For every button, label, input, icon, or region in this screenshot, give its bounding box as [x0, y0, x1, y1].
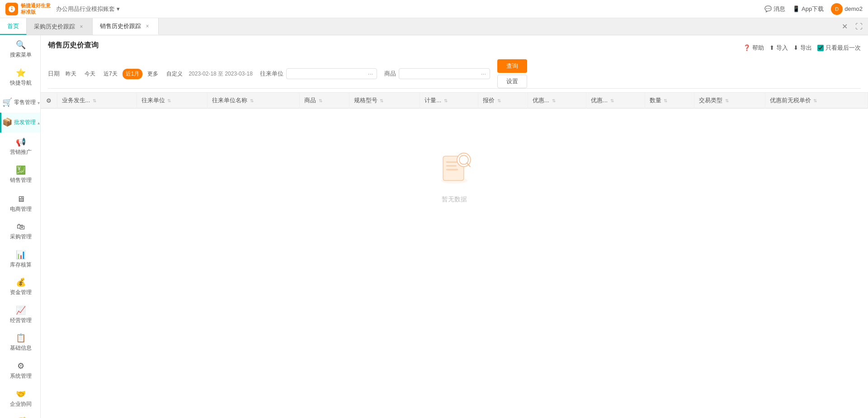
col-trade-type[interactable]: 交易类型 ⇅ [694, 93, 765, 109]
col-counterpart-code[interactable]: 往来单位 ⇅ [137, 93, 208, 109]
sidebar-item-basic[interactable]: 📋 基础信息 [0, 328, 40, 356]
sidebar-item-system[interactable]: ⚙ 系统管理 [0, 356, 40, 385]
user-area[interactable]: D demo2 [831, 3, 863, 15]
goods-input-wrapper: ··· [399, 68, 490, 79]
username: demo2 [844, 5, 863, 12]
counterpart-input[interactable] [290, 71, 366, 77]
sidebar-item-ecommerce[interactable]: 🖥 电商管理 [0, 190, 40, 218]
message-btn[interactable]: 💬 消息 [764, 5, 785, 13]
content-area: 销售历史价查询 ❓ 帮助 ⬆ 导入 ⬇ 导出 [41, 35, 868, 418]
goods-input[interactable] [403, 71, 479, 77]
content-header: 销售历史价查询 ❓ 帮助 ⬆ 导入 ⬇ 导出 [41, 35, 868, 93]
col-discount2[interactable]: 优惠... ⇅ [586, 93, 645, 109]
tab-home-label: 首页 [7, 22, 19, 30]
sidebar-item-operations[interactable]: 📈 经营管理 [0, 301, 40, 329]
date-btn-7days[interactable]: 近7天 [100, 69, 121, 79]
col-goods-label: 商品 [304, 97, 316, 104]
sidebar-wholesale-label: 批发管理 [14, 119, 36, 126]
operations-icon: 📈 [16, 305, 26, 315]
sidebar-item-enterprise[interactable]: 🤝 企业协同 [0, 385, 40, 413]
col-goods-sort: ⇅ [319, 98, 322, 103]
workspace-selector[interactable]: 办公用品行业模拟账套 ▾ [56, 5, 120, 13]
toolbar-row: ❓ 帮助 ⬆ 导入 ⬇ 导出 只看最后一次 [743, 44, 861, 52]
col-price[interactable]: 报价 ⇅ [478, 93, 528, 109]
col-goods[interactable]: 商品 ⇅ [300, 93, 349, 109]
logo-icon [5, 3, 18, 15]
col-unit-label: 计量... [425, 97, 441, 104]
date-btn-more[interactable]: 更多 [144, 69, 161, 79]
sales-mgmt-icon: 💹 [16, 165, 26, 175]
sidebar-item-search[interactable]: 🔍 搜索菜单 [0, 35, 40, 63]
goods-filter-group: 商品 ··· [384, 68, 490, 79]
date-btn-1month[interactable]: 近1月 [123, 69, 143, 79]
system-icon: ⚙ [17, 361, 24, 371]
export-btn[interactable]: ⬇ 导出 [793, 44, 812, 52]
settings-button[interactable]: 设置 [497, 75, 527, 88]
sidebar-item-wholesale[interactable]: 📦 批发管理 ▴ [0, 113, 40, 133]
download-btn[interactable]: 📱 App下载 [793, 5, 824, 13]
goods-dots-btn[interactable]: ··· [481, 70, 486, 77]
wholesale-arrow-icon: ▴ [38, 120, 40, 125]
col-discount1[interactable]: 优惠... ⇅ [528, 93, 586, 109]
col-trade-type-label: 交易类型 [699, 97, 722, 104]
tab-sales-history[interactable]: 销售历史价跟踪 × [93, 18, 159, 35]
empty-svg [432, 145, 477, 190]
query-button[interactable]: 查询 [497, 59, 527, 73]
tab-purchase-close[interactable]: × [78, 23, 85, 30]
tab-close-all-btn[interactable]: ✕ [839, 21, 850, 32]
basic-icon: 📋 [16, 333, 26, 343]
col-pretax-price[interactable]: 优惠前无税单价 ⇅ [765, 93, 868, 109]
col-biz-date[interactable]: 业务发生... ⇅ [57, 93, 137, 109]
help-label: 帮助 [752, 44, 764, 52]
col-quantity[interactable]: 数量 ⇅ [645, 93, 694, 109]
date-btns: 昨天 今天 近7天 近1月 更多 自定义 [62, 69, 186, 79]
col-biz-date-label: 业务发生... [62, 97, 90, 104]
import-btn[interactable]: ⬆ 导入 [769, 44, 788, 52]
sidebar-item-finance[interactable]: 💰 资金管理 [0, 273, 40, 301]
date-filter-label: 日期 [48, 70, 60, 78]
export-icon: ⬇ [793, 44, 798, 51]
only-latest-checkbox-label[interactable]: 只看最后一次 [817, 44, 861, 52]
workspace-dropdown-icon[interactable]: ▾ [117, 5, 120, 12]
sidebar-basic-label: 基础信息 [10, 345, 32, 352]
col-trade-type-sort: ⇅ [725, 98, 729, 103]
sidebar-search-label: 搜索菜单 [10, 52, 32, 59]
date-filter-group: 日期 昨天 今天 近7天 近1月 更多 自定义 2023-02-18 至 202… [48, 69, 253, 79]
ecommerce-icon: 🖥 [17, 195, 25, 204]
empty-icon [432, 145, 477, 190]
date-btn-yesterday[interactable]: 昨天 [62, 69, 80, 79]
download-label: App下载 [802, 5, 824, 13]
col-counterpart-code-sort: ⇅ [167, 98, 171, 103]
only-latest-checkbox[interactable] [817, 45, 824, 51]
user-avatar: D [831, 3, 843, 15]
col-discount2-label: 优惠... [591, 97, 608, 104]
retail-icon: 🛒 [2, 97, 12, 107]
sidebar-sales-mgmt-label: 销售管理 [10, 177, 32, 184]
sidebar-item-sales-mgmt[interactable]: 💹 销售管理 [0, 161, 40, 189]
sidebar-quick-nav-label: 快捷导航 [10, 80, 32, 87]
sidebar-item-inventory[interactable]: 📊 库存核算 [0, 245, 40, 273]
col-counterpart-name[interactable]: 往来单位名称 ⇅ [208, 93, 300, 109]
enterprise-icon: 🤝 [16, 389, 26, 399]
col-unit[interactable]: 计量... ⇅ [420, 93, 478, 109]
col-counterpart-name-sort: ⇅ [250, 98, 254, 103]
sidebar-item-purchase[interactable]: 🛍 采购管理 [0, 218, 40, 245]
sidebar-item-quick-nav[interactable]: ⭐ 快捷导航 [0, 63, 40, 91]
help-btn[interactable]: ❓ 帮助 [743, 44, 764, 52]
date-btn-custom[interactable]: 自定义 [163, 69, 186, 79]
col-spec-label: 规格型号 [354, 97, 377, 104]
col-spec[interactable]: 规格型号 ⇅ [349, 93, 420, 109]
counterpart-dots-btn[interactable]: ··· [368, 70, 373, 77]
tab-sales-close[interactable]: × [144, 23, 151, 30]
date-btn-today[interactable]: 今天 [81, 69, 99, 79]
col-settings[interactable]: ⚙ [41, 93, 57, 109]
tab-home[interactable]: 首页 [0, 18, 27, 35]
col-price-label: 报价 [483, 97, 495, 104]
sidebar-item-guide[interactable]: 🧭 新手引导 [0, 412, 40, 418]
sidebar-item-marketing[interactable]: 📢 营销推广 [0, 133, 40, 161]
tab-maximize-btn[interactable]: ⛶ [854, 21, 864, 32]
logo-text: 畅捷通好生意 标准版 [21, 3, 51, 14]
col-discount1-label: 优惠... [533, 97, 549, 104]
tab-purchase-history[interactable]: 采购历史价跟踪 × [27, 18, 93, 35]
sidebar-item-retail[interactable]: 🛒 零售管理 ▾ [0, 93, 40, 113]
